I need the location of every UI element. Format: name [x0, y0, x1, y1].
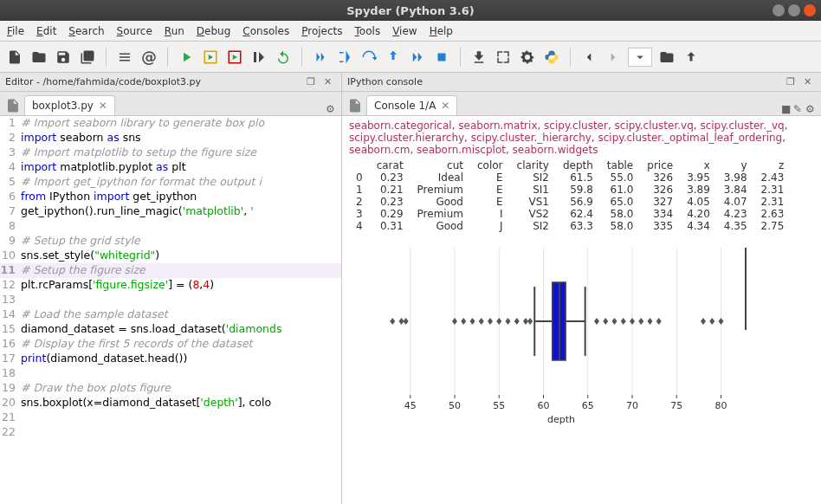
- new-file-icon[interactable]: [5, 48, 24, 67]
- menu-source[interactable]: Source: [117, 25, 152, 37]
- main-toolbar: @: [0, 42, 821, 73]
- line-code: diamond_dataset = sns.load_dataset('diam…: [21, 322, 341, 337]
- window-close-button[interactable]: [804, 4, 816, 16]
- menu-tools[interactable]: Tools: [355, 25, 381, 37]
- line-number: 19: [0, 381, 21, 396]
- at-icon[interactable]: @: [139, 48, 158, 67]
- save-all-icon[interactable]: [78, 48, 97, 67]
- line-code: # Display the first 5 records of the dat…: [21, 337, 341, 352]
- run-cell-advance-icon[interactable]: [225, 48, 244, 67]
- save-icon[interactable]: [54, 48, 73, 67]
- cwd-dropdown[interactable]: [628, 48, 652, 67]
- svg-rect-2: [438, 53, 446, 61]
- debug-step-icon[interactable]: [311, 48, 330, 67]
- table-header: color: [470, 159, 510, 171]
- code-line[interactable]: 5# Import get_ipython for format the out…: [0, 175, 341, 190]
- code-line[interactable]: 19# Draw the box plots figure: [0, 381, 341, 396]
- line-number: 3: [0, 145, 21, 160]
- run-selection-icon[interactable]: [249, 48, 268, 67]
- rerun-icon[interactable]: [274, 48, 293, 67]
- console-tab[interactable]: Console 1/A ✕: [366, 95, 457, 115]
- console-output[interactable]: seaborn.categorical, seaborn.matrix, sci…: [342, 116, 821, 504]
- code-line[interactable]: 22: [0, 425, 341, 440]
- run-cell-icon[interactable]: [201, 48, 220, 67]
- menu-file[interactable]: File: [7, 25, 24, 37]
- line-code: sns.set_style("whitegrid"): [21, 249, 341, 263]
- code-line[interactable]: 20sns.boxplot(x=diamond_dataset['depth']…: [0, 396, 341, 410]
- debug-into-icon[interactable]: [335, 48, 354, 67]
- code-line[interactable]: 2import seaborn as sns: [0, 131, 341, 145]
- table-row: 00.23IdealESI261.555.03263.953.982.43: [349, 171, 791, 184]
- editor-tab[interactable]: boxplot3.py ✕: [24, 95, 115, 115]
- code-line[interactable]: 21: [0, 410, 341, 425]
- import-icon[interactable]: [469, 48, 488, 67]
- code-line[interactable]: 10sns.set_style("whitegrid"): [0, 249, 341, 263]
- code-line[interactable]: 15diamond_dataset = sns.load_dataset('di…: [0, 322, 341, 337]
- maximize-pane-icon[interactable]: [494, 48, 513, 67]
- window-maximize-button[interactable]: [788, 4, 800, 16]
- table-row: 20.23GoodEVS156.965.03274.054.072.31: [349, 196, 791, 208]
- svg-text:80: 80: [715, 400, 727, 411]
- list-icon[interactable]: [115, 48, 134, 67]
- back-icon[interactable]: [579, 48, 598, 67]
- code-line[interactable]: 17print(diamond_dataset.head()): [0, 352, 341, 366]
- menu-consoles[interactable]: Consoles: [242, 25, 289, 37]
- pane-restore-icon[interactable]: ❐: [307, 76, 319, 88]
- debug-over-icon[interactable]: [359, 48, 378, 67]
- code-line[interactable]: 18: [0, 366, 341, 381]
- parent-dir-icon[interactable]: [682, 48, 701, 67]
- debug-continue-icon[interactable]: [408, 48, 427, 67]
- code-line[interactable]: 9# Setup the grid style: [0, 234, 341, 249]
- code-line[interactable]: 14# Load the sample dataset: [0, 307, 341, 322]
- console-close-icon[interactable]: ✕: [804, 76, 816, 88]
- line-number: 17: [0, 352, 21, 366]
- python-path-icon[interactable]: [542, 48, 561, 67]
- line-number: 15: [0, 322, 21, 337]
- code-line[interactable]: 6from IPython import get_ipython: [0, 190, 341, 204]
- line-code: # Import matplotlib to setup the figure …: [21, 145, 341, 160]
- window-minimize-button[interactable]: [773, 4, 785, 16]
- line-number: 4: [0, 160, 21, 175]
- code-line[interactable]: 4import matplotlib.pyplot as plt: [0, 160, 341, 175]
- console-gear-icon[interactable]: ⚙: [805, 103, 818, 115]
- close-tab-icon[interactable]: ✕: [99, 100, 107, 112]
- code-line[interactable]: 1# Import seaborn library to generate bo…: [0, 116, 341, 131]
- table-row: 10.21PremiumESI159.861.03263.893.842.31: [349, 184, 791, 196]
- code-line[interactable]: 11# Setup the figure size: [0, 263, 341, 278]
- code-line[interactable]: 16# Display the first 5 records of the d…: [0, 337, 341, 352]
- pane-close-icon[interactable]: ✕: [324, 76, 336, 88]
- table-header: clarity: [510, 159, 556, 171]
- console-restore-icon[interactable]: ❐: [786, 76, 798, 88]
- forward-icon[interactable]: [604, 48, 623, 67]
- line-number: 13: [0, 293, 21, 307]
- menu-search[interactable]: Search: [68, 25, 104, 37]
- line-code: sns.boxplot(x=diamond_dataset['depth'], …: [21, 396, 341, 410]
- menu-view[interactable]: View: [392, 25, 417, 37]
- code-line[interactable]: 8: [0, 219, 341, 234]
- browse-folder-icon[interactable]: [657, 48, 676, 67]
- run-icon[interactable]: [177, 48, 196, 67]
- svg-text:60: 60: [538, 400, 550, 411]
- console-stop-icon[interactable]: ■: [781, 103, 793, 115]
- code-line[interactable]: 7get_ipython().run_line_magic('matplotli…: [0, 204, 341, 219]
- console-clear-icon[interactable]: ✎: [793, 103, 805, 115]
- line-code: [21, 410, 341, 425]
- debug-out-icon[interactable]: [384, 48, 403, 67]
- debug-stop-icon[interactable]: [432, 48, 451, 67]
- close-console-tab-icon[interactable]: ✕: [441, 100, 449, 112]
- menu-edit[interactable]: Edit: [36, 25, 56, 37]
- code-editor[interactable]: 1# Import seaborn library to generate bo…: [0, 116, 341, 504]
- menu-debug[interactable]: Debug: [197, 25, 230, 37]
- editor-gear-icon[interactable]: ⚙: [326, 103, 338, 115]
- line-code: # Load the sample dataset: [21, 307, 341, 322]
- preferences-icon[interactable]: [518, 48, 537, 67]
- code-line[interactable]: 12plt.rcParams['figure.figsize'] = (8,4): [0, 278, 341, 293]
- menu-projects[interactable]: Projects: [301, 25, 342, 37]
- line-number: 16: [0, 337, 21, 352]
- editor-file-icon: [5, 98, 21, 113]
- code-line[interactable]: 13: [0, 293, 341, 307]
- menu-help[interactable]: Help: [430, 25, 453, 37]
- menu-run[interactable]: Run: [165, 25, 184, 37]
- code-line[interactable]: 3# Import matplotlib to setup the figure…: [0, 145, 341, 160]
- open-folder-icon[interactable]: [29, 48, 48, 67]
